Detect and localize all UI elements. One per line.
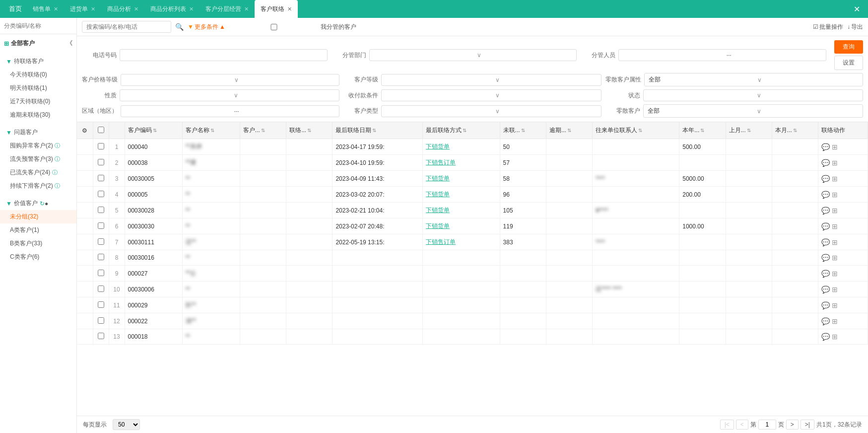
more-icon[interactable]: ⊞ — [832, 207, 838, 215]
td-checkbox[interactable] — [93, 171, 109, 187]
row-checkbox[interactable] — [98, 143, 104, 149]
sidebar-item-churned[interactable]: 已流失客户(24) ⓘ — [0, 166, 76, 179]
more-icon[interactable]: ⊞ — [832, 301, 838, 309]
more-icon[interactable]: ⊞ — [832, 191, 838, 199]
more-icon[interactable]: ⊞ — [832, 254, 838, 262]
sidebar-pending-label[interactable]: ▼ 待联络客户 — [0, 55, 76, 68]
td-checkbox[interactable] — [93, 282, 109, 297]
my-customers-checkbox[interactable] — [229, 24, 319, 30]
region-select[interactable]: ··· — [121, 105, 339, 117]
more-icon[interactable]: ⊞ — [832, 159, 838, 167]
more-icon[interactable]: ⊞ — [832, 143, 838, 151]
contact-icon[interactable]: 💬 — [821, 333, 830, 341]
contact-icon[interactable]: 💬 — [821, 159, 830, 167]
row-checkbox[interactable] — [98, 238, 104, 245]
row-checkbox[interactable] — [98, 270, 104, 276]
row-checkbox[interactable] — [98, 191, 104, 197]
sidebar-item-tomorrow[interactable]: 明天待联络(1) — [0, 81, 76, 95]
td-checkbox[interactable] — [93, 218, 109, 234]
phone-input[interactable] — [120, 49, 328, 61]
td-last-method[interactable]: 下销售订单 — [423, 155, 500, 171]
sidebar-problem-label[interactable]: ▼ 问题客户 — [0, 126, 76, 139]
tab-customer-tier[interactable]: 客户分层经营 ✕ — [200, 0, 255, 18]
td-last-method[interactable]: 下销货单 — [423, 203, 500, 218]
contact-icon[interactable]: 💬 — [821, 286, 830, 293]
contact-icon[interactable]: 💬 — [821, 191, 830, 199]
td-last-method[interactable]: 下销货单 — [423, 187, 500, 203]
row-checkbox[interactable] — [98, 317, 104, 324]
sidebar-item-class-a[interactable]: A类客户(1) — [0, 223, 76, 237]
th-last-contact-date[interactable]: 最后联络日期⇅ — [333, 122, 423, 139]
td-last-method[interactable]: 下销货单 — [423, 171, 500, 187]
last-page-btn[interactable]: >| — [801, 420, 814, 430]
sidebar-item-class-c[interactable]: C类客户(6) — [0, 250, 76, 264]
td-checkbox[interactable] — [93, 203, 109, 218]
sidebar-value-label[interactable]: ▼ 价值客户 ↻ ● — [0, 197, 76, 210]
sidebar-item-7days[interactable]: 近7天待联络(0) — [0, 95, 76, 108]
tab-purchase[interactable]: 进货单 ✕ — [64, 0, 101, 18]
close-icon[interactable]: ✕ — [287, 6, 292, 12]
td-last-method[interactable]: 下销货单 — [423, 218, 500, 234]
th-no-contact[interactable]: 未联...⇅ — [500, 122, 546, 139]
tab-home[interactable]: 首页 — [4, 0, 27, 18]
manager-input[interactable]: ··· — [618, 49, 826, 61]
prev-page-btn[interactable]: < — [736, 420, 748, 430]
close-icon[interactable]: ✕ — [134, 6, 138, 12]
manager-more-icon[interactable]: ··· — [723, 50, 826, 61]
search-input[interactable] — [82, 21, 171, 33]
first-page-btn[interactable]: |< — [720, 420, 734, 430]
contact-icon[interactable]: 💬 — [821, 207, 830, 215]
row-checkbox[interactable] — [98, 222, 104, 229]
nature-select[interactable]: ∨ — [120, 89, 339, 101]
sidebar-item-today[interactable]: 今天待联络(0) — [0, 68, 76, 81]
next-page-btn[interactable]: > — [786, 420, 799, 430]
row-checkbox[interactable] — [98, 175, 104, 181]
th-overdue[interactable]: 逾期...⇅ — [546, 122, 592, 139]
customer-level-select[interactable]: ∨ — [381, 74, 601, 86]
more-icon[interactable]: ⊞ — [832, 175, 838, 183]
region-more-icon[interactable]: ··· — [230, 106, 339, 117]
tab-product-analysis[interactable]: 商品分析 ✕ — [101, 0, 144, 18]
refresh-icon[interactable]: ↻ — [40, 200, 45, 207]
row-checkbox[interactable] — [98, 159, 104, 165]
sidebar-item-churn-warning[interactable]: 流失预警客户(3) ⓘ — [0, 152, 76, 166]
customer-type-select[interactable]: ∨ — [381, 105, 601, 117]
contact-icon[interactable]: 💬 — [821, 317, 830, 325]
td-last-method[interactable]: 下销售订单 — [423, 234, 500, 250]
contact-icon[interactable]: 💬 — [821, 143, 830, 151]
per-page-select[interactable]: 50 100 200 — [113, 419, 140, 430]
td-checkbox[interactable] — [93, 250, 109, 266]
td-checkbox[interactable] — [93, 266, 109, 282]
zero-attr-select[interactable]: 全部 ∨ — [644, 73, 863, 86]
td-last-method[interactable] — [423, 266, 500, 282]
more-icon[interactable]: ⊞ — [832, 286, 838, 293]
close-icon[interactable]: ✕ — [91, 6, 95, 12]
td-checkbox[interactable] — [93, 234, 109, 250]
th-settings[interactable]: ⚙ — [77, 122, 93, 139]
more-icon[interactable]: ⊞ — [832, 238, 838, 246]
td-last-method[interactable] — [423, 250, 500, 266]
th-customer-name[interactable]: 客户名称⇅ — [182, 122, 240, 139]
th-unit-contact[interactable]: 往来单位联系人⇅ — [593, 122, 679, 139]
dept-select[interactable]: ∨ — [369, 49, 577, 61]
td-checkbox[interactable] — [93, 297, 109, 313]
th-contact[interactable]: 联络...⇅ — [286, 122, 333, 139]
row-checkbox[interactable] — [98, 254, 104, 260]
th-last-month[interactable]: 上月...⇅ — [726, 122, 772, 139]
payment-select[interactable]: ∨ — [381, 89, 601, 101]
price-level-select[interactable]: ∨ — [121, 74, 339, 86]
td-last-method[interactable]: 下销货单 — [423, 139, 500, 155]
td-checkbox[interactable] — [93, 155, 109, 171]
td-checkbox[interactable] — [93, 139, 109, 155]
window-close-button[interactable]: ✕ — [850, 4, 864, 14]
row-checkbox[interactable] — [98, 207, 104, 213]
collapse-icon[interactable]: 《 — [67, 39, 72, 48]
close-icon[interactable]: ✕ — [244, 6, 249, 12]
td-checkbox[interactable] — [93, 187, 109, 203]
sidebar-search-input[interactable] — [4, 22, 77, 29]
sidebar-all-customers-header[interactable]: ⊞ 全部客户 《 — [0, 36, 76, 51]
more-conditions-btn[interactable]: ▼ 更多条件 ▲ — [188, 23, 225, 31]
td-checkbox[interactable] — [93, 329, 109, 345]
reset-button[interactable]: 设置 — [834, 56, 863, 70]
more-icon[interactable]: ⊞ — [832, 270, 838, 278]
